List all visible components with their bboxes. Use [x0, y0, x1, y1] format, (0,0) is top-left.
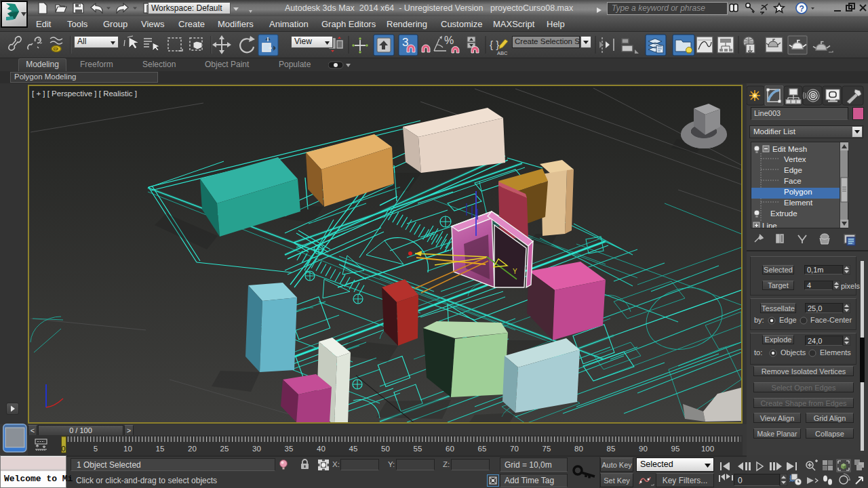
svg-text:Face: Face [784, 177, 802, 185]
svg-text:40: 40 [317, 445, 326, 453]
svg-text:60: 60 [446, 445, 454, 453]
svg-text:Polygon: Polygon [784, 188, 812, 196]
svg-text:%: % [444, 35, 454, 46]
svg-text:35: 35 [285, 445, 294, 453]
svg-text:80: 80 [574, 445, 583, 453]
svg-text:100: 100 [701, 445, 714, 453]
svg-text:5: 5 [94, 445, 98, 453]
svg-text:[ + ] [ Perspective ] [ Realis: [ + ] [ Perspective ] [ Realistic ] [32, 89, 137, 98]
svg-text:25: 25 [220, 445, 229, 453]
svg-text:50: 50 [381, 445, 390, 453]
svg-text:Edge: Edge [784, 166, 802, 174]
svg-text:Edit Mesh: Edit Mesh [772, 145, 807, 153]
svg-text:Line: Line [762, 222, 777, 228]
svg-text:90: 90 [639, 445, 648, 453]
svg-text:Extrude: Extrude [770, 209, 797, 218]
svg-text:Y: Y [513, 268, 517, 275]
svg-text:10: 10 [123, 445, 132, 453]
svg-text:65: 65 [478, 445, 487, 453]
svg-text:ABC: ABC [497, 50, 508, 56]
svg-text:?: ? [800, 4, 804, 14]
svg-text:70: 70 [510, 445, 519, 453]
svg-text:55: 55 [414, 445, 422, 453]
svg-text:85: 85 [607, 445, 616, 453]
svg-text:20: 20 [188, 445, 197, 453]
svg-text:75: 75 [542, 445, 551, 453]
svg-text:95: 95 [671, 445, 680, 453]
svg-text:{ }: { } [490, 39, 499, 50]
svg-text:0: 0 [61, 445, 65, 453]
svg-text:15: 15 [156, 445, 165, 453]
svg-text:Vertex: Vertex [784, 155, 806, 163]
svg-text:45: 45 [349, 445, 358, 453]
svg-text:30: 30 [252, 445, 261, 453]
svg-text:Element: Element [784, 199, 813, 207]
